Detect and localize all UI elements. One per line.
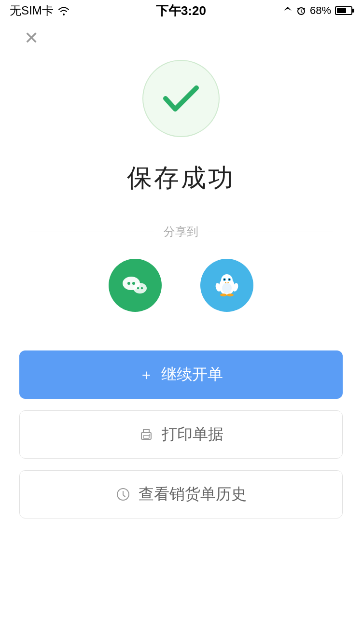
svg-point-6	[140, 287, 142, 289]
status-right: 68%	[283, 4, 352, 17]
print-button[interactable]: 打印单据	[19, 410, 343, 459]
close-icon: ✕	[24, 29, 39, 47]
svg-point-15	[222, 283, 232, 294]
print-label: 打印单据	[162, 424, 223, 445]
main-content: 保存成功 分享到	[0, 21, 362, 644]
success-title: 保存成功	[127, 161, 235, 195]
battery-percent: 68%	[310, 4, 331, 17]
history-label: 查看销货单历史	[139, 484, 247, 505]
divider-left	[29, 232, 154, 232]
svg-point-12	[228, 279, 230, 280]
status-bar: 无SIM卡 下午3:20 68%	[0, 0, 362, 21]
divider-right	[208, 232, 333, 232]
share-label: 分享到	[154, 224, 208, 239]
clock-icon	[115, 487, 131, 502]
share-divider: 分享到	[0, 224, 362, 239]
svg-point-13	[220, 294, 227, 296]
svg-point-5	[137, 287, 139, 289]
close-button[interactable]: ✕	[19, 26, 43, 50]
history-button[interactable]: 查看销货单历史	[19, 470, 343, 518]
battery-fill	[337, 8, 346, 13]
carrier-text: 无SIM卡	[10, 3, 54, 18]
svg-point-3	[132, 282, 135, 285]
status-time: 下午3:20	[156, 2, 206, 19]
svg-point-4	[133, 283, 147, 294]
alarm-icon	[296, 6, 306, 15]
location-icon	[283, 6, 292, 15]
wechat-icon	[120, 270, 151, 301]
success-circle	[142, 60, 220, 137]
svg-point-11	[223, 279, 225, 280]
battery-icon-container	[335, 6, 352, 15]
share-buttons	[109, 259, 253, 312]
svg-point-20	[149, 434, 151, 436]
svg-point-2	[127, 282, 130, 285]
qq-icon	[211, 270, 243, 301]
action-buttons: ＋ 继续开单 打印单据 查看销货单历史	[0, 350, 362, 518]
continue-label: 继续开单	[161, 364, 223, 385]
share-qq-button[interactable]	[200, 259, 253, 312]
status-carrier: 无SIM卡	[10, 3, 70, 18]
continue-icon: ＋	[139, 365, 153, 385]
wifi-icon	[57, 6, 70, 15]
print-icon	[139, 427, 154, 442]
svg-rect-19	[143, 435, 149, 438]
continue-button[interactable]: ＋ 继续开单	[19, 350, 343, 399]
svg-point-14	[227, 294, 234, 296]
checkmark-icon	[162, 84, 200, 113]
battery-icon	[335, 6, 352, 15]
share-wechat-button[interactable]	[109, 259, 162, 312]
